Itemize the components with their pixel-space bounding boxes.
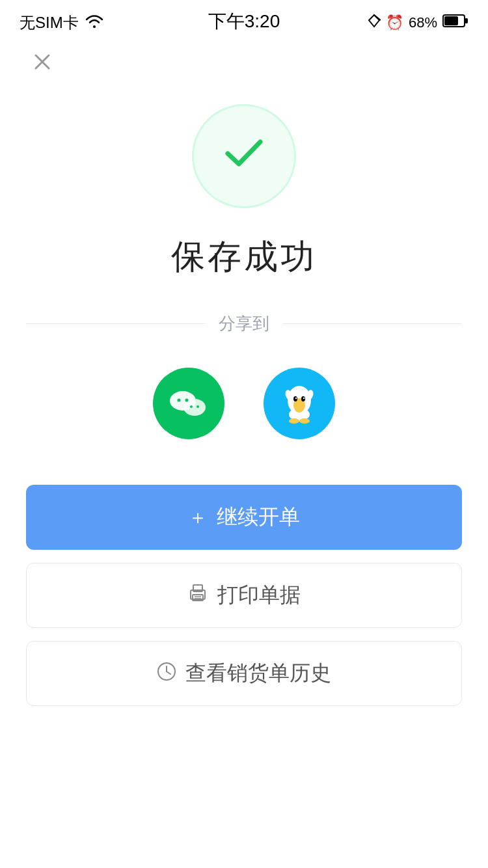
print-button[interactable]: 打印单据 — [26, 563, 462, 628]
plus-icon: ＋ — [188, 504, 208, 531]
divider-left — [26, 323, 206, 324]
divider-right — [282, 323, 462, 324]
svg-point-21 — [289, 418, 299, 424]
continue-button[interactable]: ＋ 继续开单 — [26, 485, 462, 550]
svg-point-7 — [178, 399, 181, 402]
checkmark-icon — [218, 126, 270, 187]
continue-label: 继续开单 — [217, 503, 300, 532]
success-title: 保存成功 — [171, 234, 317, 280]
status-right: ⏰ 68% — [368, 14, 468, 32]
svg-point-22 — [299, 418, 310, 424]
share-label: 分享到 — [219, 312, 269, 335]
carrier-text: 无SIM卡 — [20, 12, 79, 33]
battery-icon — [442, 14, 468, 32]
status-left: 无SIM卡 — [20, 12, 103, 33]
svg-rect-1 — [465, 18, 468, 23]
svg-point-8 — [185, 399, 189, 402]
svg-point-15 — [293, 396, 297, 401]
action-buttons: ＋ 继续开单 打印单据 — [0, 465, 488, 706]
history-button[interactable]: 查看销货单历史 — [26, 641, 462, 706]
clock-icon — [157, 662, 176, 686]
svg-point-18 — [303, 398, 305, 399]
wechat-share-button[interactable] — [153, 368, 224, 439]
divider-row: 分享到 — [26, 312, 462, 335]
svg-rect-2 — [444, 16, 458, 25]
main-content: 保存成功 分享到 — [0, 39, 488, 706]
wifi-icon — [85, 14, 103, 32]
svg-point-16 — [301, 396, 305, 401]
battery-percent: 68% — [409, 14, 437, 31]
status-bar: 无SIM卡 下午3:20 ⏰ 68% — [0, 0, 488, 39]
svg-point-10 — [197, 405, 199, 408]
svg-line-30 — [167, 671, 170, 674]
printer-icon — [187, 584, 208, 608]
print-label: 打印单据 — [217, 581, 301, 610]
status-time: 下午3:20 — [208, 9, 280, 34]
svg-point-9 — [190, 405, 193, 408]
qq-share-button[interactable] — [264, 368, 335, 439]
svg-point-17 — [295, 398, 297, 399]
alarm-icon: ⏰ — [386, 14, 403, 31]
history-label: 查看销货单历史 — [185, 659, 331, 688]
location-icon — [368, 14, 381, 32]
share-section: 分享到 — [0, 312, 488, 439]
close-button[interactable] — [26, 46, 59, 78]
share-icons-row — [26, 368, 462, 439]
success-icon-circle — [192, 104, 296, 208]
